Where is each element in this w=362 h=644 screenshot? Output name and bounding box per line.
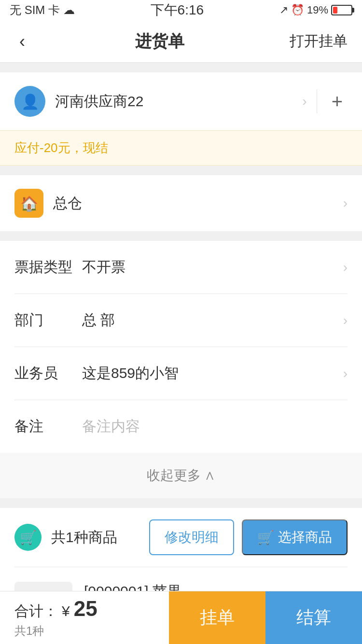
status-left: 无 SIM 卡 ☁ xyxy=(10,2,75,18)
form-section: 票据类型 不开票 › 部门 总 部 › 业务员 这是859的小智 › 备注 备注… xyxy=(0,241,362,453)
hang-order-button[interactable]: 挂单 xyxy=(169,591,265,644)
dept-label: 部门 xyxy=(14,310,72,330)
info-banner: 应付-20元，现结 xyxy=(0,130,362,166)
warehouse-name: 总仓 xyxy=(53,194,343,213)
battery-percent: 19% xyxy=(307,4,328,16)
bottom-bar: 合计： ¥ 25 共1种 挂单 结算 xyxy=(0,591,362,644)
open-hang-button[interactable]: 打开挂单 xyxy=(290,31,348,51)
warehouse-arrow-icon: › xyxy=(343,196,348,211)
back-button[interactable]: ‹ xyxy=(14,27,30,56)
edit-detail-button[interactable]: 修改明细 xyxy=(149,519,234,555)
total-row: 合计： ¥ 25 xyxy=(14,597,154,621)
nav-bar: ‹ 进货单 打开挂单 xyxy=(0,20,362,63)
checkout-button[interactable]: 结算 xyxy=(265,591,362,644)
invoice-row[interactable]: 票据类型 不开票 › xyxy=(0,241,362,294)
select-product-button[interactable]: 🛒 选择商品 xyxy=(242,519,348,555)
gap-3 xyxy=(0,231,362,241)
remark-input[interactable]: 备注内容 xyxy=(72,417,348,436)
add-supplier-button[interactable]: + xyxy=(327,91,348,112)
invoice-arrow-icon: › xyxy=(343,260,348,275)
gap-2 xyxy=(0,166,362,175)
total-amount: 25 xyxy=(74,597,97,621)
status-right: ↗ ⏰ 19% xyxy=(279,4,352,16)
bottom-summary: 合计： ¥ 25 共1种 xyxy=(0,591,169,644)
supplier-name: 河南供应商22 xyxy=(55,92,302,112)
warehouse-icon: 🏠 xyxy=(14,189,43,218)
staff-row[interactable]: 业务员 这是859的小智 › xyxy=(0,347,362,400)
cart-icon: 🛒 xyxy=(20,530,37,546)
status-time: 下午6:16 xyxy=(151,1,204,19)
page-title: 进货单 xyxy=(135,30,184,53)
products-header: 🛒 共1种商品 修改明细 🛒 选择商品 xyxy=(0,508,362,567)
products-icon: 🛒 xyxy=(14,524,42,551)
dept-row[interactable]: 部门 总 部 › xyxy=(0,294,362,347)
invoice-value: 不开票 xyxy=(72,257,343,277)
battery-icon xyxy=(331,5,352,15)
staff-label: 业务员 xyxy=(14,364,72,383)
invoice-label: 票据类型 xyxy=(14,257,72,277)
products-count: 共1种商品 xyxy=(51,528,149,547)
avatar-icon: 👤 xyxy=(21,93,39,110)
dept-arrow-icon: › xyxy=(343,313,348,328)
alarm-icon: ⏰ xyxy=(291,4,304,16)
select-product-icon: 🛒 xyxy=(257,530,274,546)
warehouse-row[interactable]: 🏠 总仓 › xyxy=(0,175,362,231)
dept-value: 总 部 xyxy=(72,310,343,330)
vertical-divider xyxy=(317,89,317,113)
supplier-section: 👤 河南供应商22 › + 应付-20元，现结 xyxy=(0,72,362,166)
location-icon: ↗ xyxy=(279,4,288,16)
house-icon: 🏠 xyxy=(20,195,38,212)
currency-symbol: ¥ xyxy=(62,603,70,619)
item-count: 共1种 xyxy=(14,623,154,639)
select-product-label: 选择商品 xyxy=(278,528,332,546)
remark-row[interactable]: 备注 备注内容 xyxy=(0,400,362,453)
total-label: 合计： xyxy=(14,602,58,621)
remark-label: 备注 xyxy=(14,417,72,436)
sim-label: 无 SIM 卡 ☁ xyxy=(10,2,75,18)
staff-arrow-icon: › xyxy=(343,366,348,381)
collapse-button[interactable]: 收起更多 ∧ xyxy=(0,453,362,498)
staff-value: 这是859的小智 xyxy=(72,364,343,383)
status-bar: 无 SIM 卡 ☁ 下午6:16 ↗ ⏰ 19% xyxy=(0,0,362,20)
gap-1 xyxy=(0,63,362,72)
supplier-row[interactable]: 👤 河南供应商22 › + xyxy=(0,72,362,130)
warehouse-section: 🏠 总仓 › xyxy=(0,175,362,231)
hang-button-label: 挂单 xyxy=(200,606,235,630)
supplier-avatar: 👤 xyxy=(14,86,45,117)
supplier-arrow-icon: › xyxy=(302,94,306,109)
checkout-button-label: 结算 xyxy=(296,606,331,630)
gap-4 xyxy=(0,498,362,508)
